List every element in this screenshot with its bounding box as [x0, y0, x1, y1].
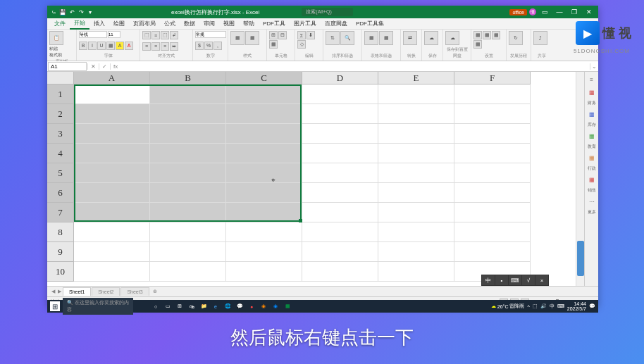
convert-icon[interactable]: ⇄: [403, 31, 417, 45]
cell-D9[interactable]: [302, 242, 378, 262]
sidebar-edu-icon[interactable]: ▦: [587, 131, 597, 141]
scroll-thumb[interactable]: [577, 241, 584, 276]
tab-pdf[interactable]: PDF工具: [259, 18, 290, 29]
search-box[interactable]: 搜索(Alt+Q): [302, 8, 352, 16]
align-mid-icon[interactable]: ≡: [151, 31, 160, 39]
autosave-icon[interactable]: ⤿: [50, 8, 57, 15]
task-apps-icon[interactable]: ⊞: [175, 301, 185, 311]
enter-icon[interactable]: ✓: [99, 63, 110, 70]
cell-B10[interactable]: [150, 262, 226, 282]
font-size-input[interactable]: [108, 31, 120, 38]
task-app2-icon[interactable]: ◉: [271, 301, 280, 311]
cell-D4[interactable]: [302, 144, 378, 163]
cell-D2[interactable]: [302, 104, 378, 124]
cell-F4[interactable]: [454, 144, 531, 163]
tray-vol-icon[interactable]: 🔊: [540, 303, 547, 309]
tray-kbd-icon[interactable]: ⌨: [557, 303, 564, 309]
underline-icon[interactable]: U: [97, 42, 106, 50]
cell-C8[interactable]: [226, 222, 302, 242]
italic-icon[interactable]: I: [88, 42, 97, 50]
save-cloud-icon[interactable]: ☁: [424, 31, 438, 45]
expand-fbar-icon[interactable]: ⌄: [590, 63, 598, 70]
cell-F5[interactable]: [454, 163, 531, 183]
font-name-input[interactable]: [79, 31, 107, 38]
task-cortana-icon[interactable]: ○: [151, 301, 161, 311]
sidebar-close-icon[interactable]: ≡: [587, 75, 597, 84]
cell-B6[interactable]: [150, 183, 226, 203]
cell-B5[interactable]: [150, 163, 226, 183]
cell-A2[interactable]: [74, 104, 150, 124]
sidebar-finance-icon[interactable]: ▦: [587, 87, 597, 97]
save-icon[interactable]: 💾: [59, 8, 66, 15]
cell-B4[interactable]: [150, 144, 226, 163]
delete-icon[interactable]: ⊟: [278, 31, 287, 39]
task-chat-icon[interactable]: 💬: [235, 301, 244, 311]
cell-E7[interactable]: [378, 203, 454, 222]
sum-icon[interactable]: Σ: [297, 31, 306, 39]
insert-icon[interactable]: ⊞: [269, 31, 278, 39]
cell-A8[interactable]: [74, 222, 150, 242]
cell-C3[interactable]: [226, 124, 302, 144]
cell-E10[interactable]: [378, 262, 454, 282]
cell-C1[interactable]: [226, 84, 302, 104]
fill-color-icon[interactable]: A: [116, 42, 124, 50]
tab-insert[interactable]: 插入: [89, 18, 109, 29]
cancel-icon[interactable]: ✕: [87, 63, 99, 70]
tray-ime[interactable]: 中: [550, 303, 555, 310]
align-top-icon[interactable]: ⬚: [142, 31, 151, 39]
format-icon[interactable]: ▦: [269, 40, 278, 49]
align-center-icon[interactable]: ≡: [151, 42, 160, 51]
col-header-C[interactable]: C: [226, 72, 302, 84]
font-color-icon[interactable]: A: [125, 42, 133, 50]
row-header-3[interactable]: 3: [47, 124, 74, 144]
s1-icon[interactable]: ▦: [473, 31, 482, 39]
tab-help[interactable]: 帮助: [239, 18, 259, 29]
add-sheet-icon[interactable]: ⊕: [150, 289, 160, 294]
cell-A9[interactable]: [74, 242, 150, 262]
task-rec-icon[interactable]: ●: [247, 301, 256, 311]
s4-icon[interactable]: ▦: [473, 40, 482, 49]
paste-icon[interactable]: 📋: [49, 31, 63, 45]
sidebar-inventory-icon[interactable]: ▦: [587, 109, 597, 119]
sheet-tab-1[interactable]: Sheet1: [63, 287, 91, 296]
s3-icon[interactable]: ▦: [492, 31, 500, 39]
cell-E5[interactable]: [378, 163, 454, 183]
cell-F2[interactable]: [454, 104, 531, 124]
sheet-nav-prev-icon[interactable]: ◀: [50, 289, 56, 294]
row-header-5[interactable]: 5: [47, 163, 74, 183]
col-header-E[interactable]: E: [378, 72, 454, 84]
cell-F3[interactable]: [454, 124, 531, 144]
taskbar-search[interactable]: 🔍 在这里输入你要搜索的内容: [63, 298, 133, 315]
start-button[interactable]: ⊞: [50, 301, 60, 311]
col-header-D[interactable]: D: [302, 72, 378, 84]
maximize-button[interactable]: ❐: [568, 8, 581, 15]
name-box[interactable]: A1: [48, 62, 87, 71]
cell-A10[interactable]: [74, 262, 150, 282]
notifications-icon[interactable]: 💬: [589, 303, 595, 309]
user-avatar[interactable]: 懂: [529, 8, 536, 15]
tab-review[interactable]: 审阅: [199, 18, 219, 29]
cell-A6[interactable]: [74, 183, 150, 203]
cell-C9[interactable]: [226, 242, 302, 262]
formula-input[interactable]: [120, 65, 590, 67]
cell-E9[interactable]: [378, 242, 454, 262]
cell-C7[interactable]: [226, 203, 302, 222]
cells-grid[interactable]: ⌖: [74, 84, 576, 286]
cell-F9[interactable]: [454, 242, 531, 262]
task-browser-icon[interactable]: 🌐: [223, 301, 233, 311]
cell-B7[interactable]: [150, 203, 226, 222]
cell-D3[interactable]: [302, 124, 378, 144]
border-icon[interactable]: ▦: [106, 42, 115, 50]
number-format-input[interactable]: [195, 31, 226, 38]
undo-icon[interactable]: ↶: [68, 8, 75, 15]
clock[interactable]: 14:44 2022/5/7: [567, 301, 586, 311]
cell-F1[interactable]: [454, 84, 531, 104]
comma-icon[interactable]: ,: [213, 42, 222, 50]
ime-kbd[interactable]: ⌨: [509, 275, 521, 285]
sheet-tab-3[interactable]: Sheet3: [120, 287, 149, 296]
cell-F6[interactable]: [454, 183, 531, 203]
align-left-icon[interactable]: ≡: [142, 42, 151, 51]
s2-icon[interactable]: ▦: [483, 31, 491, 39]
cell-C2[interactable]: [226, 104, 302, 124]
task-app1-icon[interactable]: ◉: [259, 301, 268, 311]
